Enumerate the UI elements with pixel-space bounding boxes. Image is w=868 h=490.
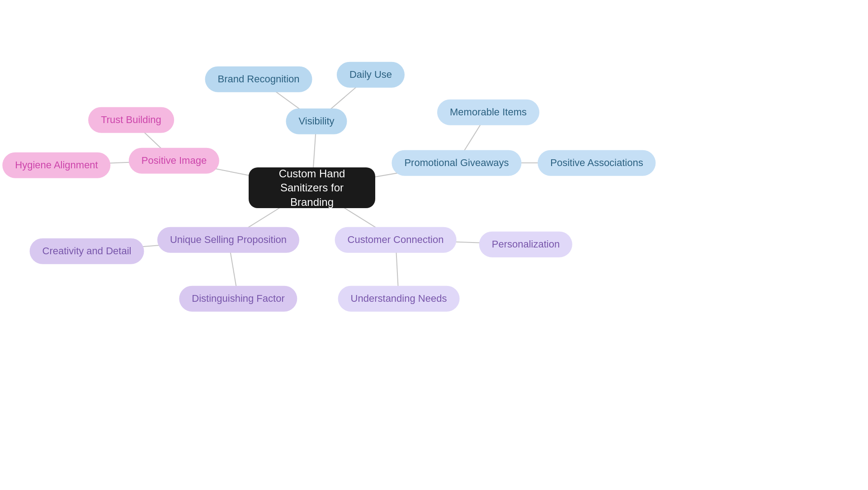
creativity-detail-node: Creativity and Detail	[30, 238, 144, 264]
center-node: Custom Hand Sanitizers forBranding	[249, 167, 375, 208]
daily-use-node: Daily Use	[337, 62, 405, 88]
unique-selling-node: Unique Selling Proposition	[157, 227, 299, 253]
positive-image-node: Positive Image	[129, 148, 219, 174]
mind-map: Custom Hand Sanitizers forBranding Visib…	[0, 0, 868, 490]
distinguishing-factor-node: Distinguishing Factor	[179, 286, 297, 312]
personalization-node: Personalization	[479, 232, 572, 257]
understanding-needs-node: Understanding Needs	[338, 286, 460, 312]
hygiene-alignment-node: Hygiene Alignment	[2, 152, 110, 178]
positive-associations-node: Positive Associations	[538, 150, 656, 176]
trust-building-node: Trust Building	[88, 107, 174, 133]
customer-connection-node: Customer Connection	[335, 227, 457, 253]
visibility-node: Visibility	[286, 109, 347, 134]
brand-recognition-node: Brand Recognition	[205, 67, 312, 92]
promotional-giveaways-node: Promotional Giveaways	[392, 150, 521, 176]
memorable-items-node: Memorable Items	[437, 100, 539, 125]
